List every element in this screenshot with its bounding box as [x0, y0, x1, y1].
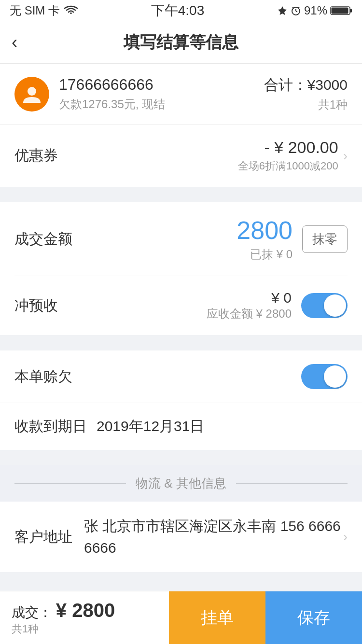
logistics-line-left [14, 483, 126, 484]
gray-divider-3 [0, 458, 362, 465]
save-button[interactable]: 保存 [265, 591, 362, 644]
address-label: 客户地址 [14, 527, 72, 547]
svg-rect-7 [332, 8, 348, 14]
bottom-summary-line1: 成交： ¥ 2800 [12, 600, 157, 622]
deal-amount-sub: 已抹 ¥ 0 [237, 247, 292, 262]
deal-amount-value: 2800 [237, 216, 292, 245]
user-phone: 17666666666 [59, 76, 165, 94]
prepay-sub: 应收金额 ¥ 2800 [207, 306, 292, 322]
due-date-row: 收款到期日 2019年12月31日 [0, 403, 362, 450]
prepay-value-container: ¥ 0 应收金额 ¥ 2800 [207, 290, 292, 322]
deal-amount-right: 2800 已抹 ¥ 0 抹零 [237, 216, 348, 262]
logistics-line-right [236, 483, 348, 484]
due-date-value: 2019年12月31日 [97, 417, 204, 436]
user-row: 17666666666 欠款1276.35元, 现结 合计：¥3000 共1种 [0, 64, 362, 124]
svg-line-2 [296, 11, 297, 12]
logistics-header: 物流 & 其他信息 [0, 465, 362, 502]
user-info-section: 17666666666 欠款1276.35元, 现结 合计：¥3000 共1种 … [0, 64, 362, 187]
battery-icon [330, 5, 352, 16]
no-sim-text: 无 SIM 卡 [10, 3, 60, 18]
wifi-icon [64, 5, 78, 16]
prepay-right: ¥ 0 应收金额 ¥ 2800 [68, 290, 348, 322]
toggle-knob [324, 294, 346, 317]
gray-divider-1 [0, 195, 362, 202]
deal-amount-row: 成交金额 2800 已抹 ¥ 0 抹零 [14, 202, 348, 276]
bottom-summary: 成交： ¥ 2800 共1种 [0, 591, 169, 644]
coupon-value: - ¥ 200.00 全场6折满1000减200 [238, 138, 338, 173]
coupon-right: - ¥ 200.00 全场6折满1000减200 › [238, 138, 348, 173]
bottom-summary-label: 成交： [12, 605, 52, 620]
avatar [14, 77, 49, 112]
status-right: 91% [277, 4, 352, 17]
bottom-summary-count: 共1种 [12, 622, 157, 636]
status-bar: 无 SIM 卡 下午4:03 91% [0, 0, 362, 21]
prepay-label: 冲预收 [14, 296, 58, 316]
back-button[interactable]: ‹ [12, 32, 17, 53]
alarm-icon [291, 5, 301, 16]
svg-point-8 [28, 87, 36, 96]
coupon-desc: 全场6折满1000减200 [238, 159, 338, 173]
coupon-chevron-icon: › [343, 148, 348, 164]
gray-divider-2 [0, 343, 362, 350]
round-zero-button[interactable]: 抹零 [302, 225, 348, 253]
address-section: 客户地址 张 北京市市辖区海淀区永丰南 156 6666 6666 › [0, 502, 362, 572]
prepay-row: 冲预收 ¥ 0 应收金额 ¥ 2800 [14, 276, 348, 335]
due-date-label: 收款到期日 [14, 417, 87, 436]
pending-button[interactable]: 挂单 [169, 591, 265, 644]
debt-section: 本单赊欠 收款到期日 2019年12月31日 [0, 350, 362, 450]
coupon-label: 优惠券 [14, 146, 58, 166]
debt-row: 本单赊欠 [0, 350, 362, 403]
battery-percent: 91% [304, 4, 327, 17]
nav-bar: ‹ 填写结算等信息 [0, 21, 362, 64]
debt-toggle-knob [324, 365, 346, 388]
status-time: 下午4:03 [151, 1, 205, 20]
status-left: 无 SIM 卡 [10, 3, 78, 18]
user-info: 17666666666 欠款1276.35元, 现结 [59, 76, 165, 112]
address-value: 张 北京市市辖区海淀区永丰南 156 6666 6666 [84, 515, 343, 559]
page-title: 填写结算等信息 [124, 31, 238, 54]
coupon-discount: - ¥ 200.00 [238, 138, 338, 157]
bottom-summary-amount: ¥ 2800 [56, 600, 115, 621]
user-total: 合计：¥3000 共1种 [264, 75, 348, 112]
logistics-title: 物流 & 其他信息 [136, 475, 226, 492]
location-icon [277, 5, 288, 16]
total-amount: 合计：¥3000 [264, 75, 348, 95]
prepay-controls: ¥ 0 应收金额 ¥ 2800 [207, 290, 348, 322]
coupon-row[interactable]: 优惠券 - ¥ 200.00 全场6折满1000减200 › [0, 124, 362, 187]
deal-section: 成交金额 2800 已抹 ¥ 0 抹零 冲预收 ¥ 0 应收金额 ¥ 2800 [0, 202, 362, 335]
deal-amount-container: 2800 已抹 ¥ 0 [237, 216, 292, 262]
user-left: 17666666666 欠款1276.35元, 现结 [14, 76, 165, 112]
bottom-bar: 成交： ¥ 2800 共1种 挂单 保存 [0, 591, 362, 644]
address-row[interactable]: 客户地址 张 北京市市辖区海淀区永丰南 156 6666 6666 › [0, 502, 362, 572]
user-debt: 欠款1276.35元, 现结 [59, 97, 165, 112]
prepay-toggle[interactable] [301, 293, 348, 318]
address-chevron-icon: › [343, 529, 348, 545]
svg-rect-6 [350, 9, 352, 13]
total-count: 共1种 [264, 97, 348, 112]
deal-amount-label: 成交金额 [14, 229, 72, 249]
debt-label: 本单赊欠 [14, 367, 72, 387]
avatar-icon [21, 84, 42, 105]
prepay-value: ¥ 0 [207, 290, 292, 306]
debt-toggle[interactable] [301, 364, 348, 389]
